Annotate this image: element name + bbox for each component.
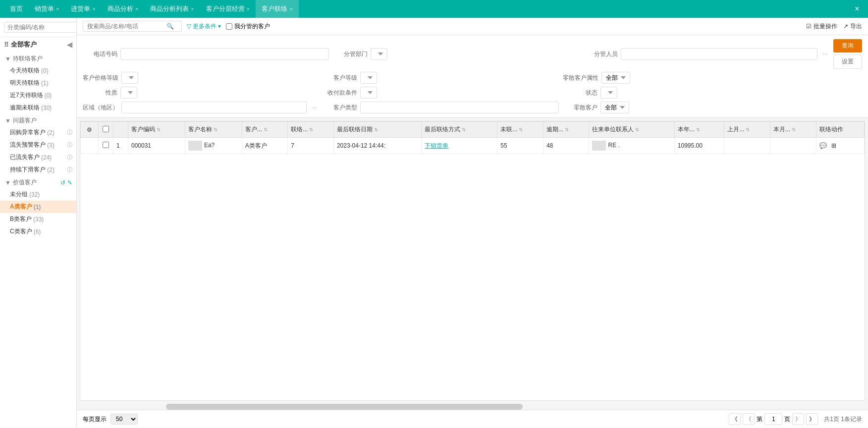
prev-page-btn[interactable]: 〈 bbox=[743, 413, 755, 425]
filter-retail-customer-select[interactable]: 全部 bbox=[600, 102, 629, 113]
filter-price-level-select[interactable] bbox=[121, 72, 138, 84]
next-page-btn[interactable]: 〉 bbox=[792, 413, 804, 425]
filter-person-input[interactable] bbox=[621, 48, 817, 60]
th-last-contact-date[interactable]: 最后联络日期⇅ bbox=[333, 122, 421, 138]
info-icon-2: ⓘ bbox=[67, 141, 72, 149]
sidebar-search-input[interactable] bbox=[4, 22, 77, 33]
filter-phone: 电话号码 bbox=[83, 48, 329, 60]
nav-close-customer-segment[interactable]: × bbox=[247, 6, 250, 12]
th-settings[interactable]: ⚙ bbox=[81, 122, 99, 138]
sidebar-today-contact[interactable]: 今天待联络 (0) bbox=[0, 64, 76, 77]
cell-type: A类客户 bbox=[242, 138, 288, 154]
data-table-container: ⚙ 客户编码⇅ 客户名称⇅ 客户...⇅ bbox=[80, 121, 865, 401]
horizontal-scrollbar[interactable] bbox=[77, 404, 868, 410]
collapse-icon[interactable]: ◀ bbox=[67, 41, 72, 49]
nav-close-product-analysis-list[interactable]: × bbox=[191, 6, 194, 12]
filter-customer-level-select[interactable] bbox=[360, 72, 377, 84]
main-search-bar: 🔍 bbox=[83, 21, 182, 32]
my-customers-checkbox-label[interactable]: 我分管的客户 bbox=[226, 22, 270, 31]
th-unit-contacts[interactable]: 往来单位联系人⇅ bbox=[589, 122, 674, 138]
close-all-btn[interactable]: × bbox=[850, 2, 864, 16]
more-filters-btn[interactable]: ▽ 更多条件 ▾ bbox=[187, 22, 221, 31]
last-page-btn[interactable]: 》 bbox=[806, 413, 818, 425]
sidebar-churn-warning[interactable]: 流失预警客户 (3) ⓘ bbox=[0, 139, 76, 151]
chat-icon[interactable]: 💬 bbox=[819, 142, 827, 149]
th-last-contact-method[interactable]: 最后联络方式⇅ bbox=[422, 122, 497, 138]
batch-icon: ☑ bbox=[806, 23, 812, 30]
th-contact-action: 联络动作 bbox=[816, 122, 864, 138]
nav-customer-segment[interactable]: 客户分层经营 × bbox=[200, 0, 256, 18]
main-search-input[interactable] bbox=[87, 23, 166, 30]
filter-status-select[interactable] bbox=[600, 87, 617, 99]
settings-btn[interactable]: 设置 bbox=[833, 54, 862, 69]
nav-product-analysis-list[interactable]: 商品分析列表 × bbox=[144, 0, 200, 18]
my-customers-checkbox[interactable] bbox=[226, 23, 232, 30]
nav-close-purchase[interactable]: × bbox=[92, 6, 95, 12]
sidebar-overdue-contact[interactable]: 逾期未联络 (30) bbox=[0, 102, 76, 114]
batch-op-btn[interactable]: ☑ 批量操作 bbox=[806, 22, 837, 31]
person-dots-btn[interactable]: ··· bbox=[820, 51, 829, 57]
nav-customer-contact[interactable]: 客户联络 × bbox=[256, 0, 298, 18]
top-nav: 首页 销货单 × 进货单 × 商品分析 × 商品分析列表 × 客户分层经营 × … bbox=[0, 0, 868, 18]
th-customer-code[interactable]: 客户编码⇅ bbox=[128, 122, 185, 138]
sort-icon-method: ⇅ bbox=[462, 127, 466, 132]
sidebar-b-class[interactable]: B类客户 (33) bbox=[0, 213, 76, 225]
sidebar-churned[interactable]: 已流失客户 (24) ⓘ bbox=[0, 151, 76, 163]
th-this-month[interactable]: 本月...⇅ bbox=[770, 122, 816, 138]
scrollbar-thumb[interactable] bbox=[166, 404, 523, 410]
grid-icon[interactable]: ⊞ bbox=[831, 142, 836, 149]
nav-purchase[interactable]: 进货单 × bbox=[65, 0, 101, 18]
filter-region-input[interactable] bbox=[121, 102, 307, 113]
last-method-link[interactable]: 下销货单 bbox=[425, 142, 448, 149]
filter-nature-select[interactable] bbox=[120, 87, 137, 99]
th-this-year[interactable]: 本年...⇅ bbox=[674, 122, 724, 138]
sidebar-abnormal-repurchase[interactable]: 回购异常客户 (2) ⓘ bbox=[0, 126, 76, 139]
pending-contact-group[interactable]: ▼ 待联络客户 bbox=[0, 52, 76, 64]
cell-last-method[interactable]: 下销货单 bbox=[422, 138, 497, 154]
th-customer-type[interactable]: 客户...⇅ bbox=[242, 122, 288, 138]
th-customer-name[interactable]: 客户名称⇅ bbox=[185, 122, 242, 138]
filter-customer-type-input[interactable] bbox=[360, 102, 558, 113]
all-customers-header[interactable]: ⠿ 全部客户 ◀ bbox=[0, 37, 76, 52]
query-btn[interactable]: 查询 bbox=[833, 39, 862, 53]
value-customers-group[interactable]: ▼ 价值客户 ↺ ✎ bbox=[0, 176, 76, 188]
page-size-select[interactable]: 50 10 20 100 bbox=[110, 414, 138, 425]
sidebar-7day-contact[interactable]: 近7天待联络 (0) bbox=[0, 89, 76, 102]
nav-sales[interactable]: 销货单 × bbox=[29, 0, 65, 18]
nav-close-sales[interactable]: × bbox=[56, 6, 59, 12]
row-checkbox[interactable] bbox=[103, 142, 109, 148]
sort-icon-overdue: ⇅ bbox=[565, 127, 569, 132]
problem-customers-group[interactable]: ▼ 问题客户 bbox=[0, 114, 76, 126]
nav-home[interactable]: 首页 bbox=[4, 0, 29, 18]
filter-payment-select[interactable] bbox=[360, 87, 377, 99]
th-overdue[interactable]: 逾期...⇅ bbox=[543, 122, 589, 138]
th-no-contact[interactable]: 未联...⇅ bbox=[497, 122, 543, 138]
page-number-input[interactable] bbox=[764, 413, 782, 425]
sidebar-a-class[interactable]: A类客户 (1) bbox=[0, 201, 76, 213]
filter-dept-select[interactable] bbox=[371, 48, 387, 60]
th-contact[interactable]: 联络...⇅ bbox=[288, 122, 334, 138]
sidebar-tomorrow-contact[interactable]: 明天待联络 (1) bbox=[0, 77, 76, 89]
nav-close-customer-contact[interactable]: × bbox=[289, 6, 292, 12]
sidebar-declining[interactable]: 持续下滑客户 (2) ⓘ bbox=[0, 163, 76, 176]
nav-close-product-analysis[interactable]: × bbox=[135, 6, 138, 12]
region-dots-btn[interactable]: ··· bbox=[310, 104, 319, 111]
edit-icon[interactable]: ✎ bbox=[67, 179, 72, 186]
export-btn[interactable]: ↗ 导出 bbox=[843, 22, 862, 31]
table-row: 1 000031 Ea? A类客户 7 2023-04-12 14:44: 下销… bbox=[81, 138, 865, 154]
customer-table: ⚙ 客户编码⇅ 客户名称⇅ 客户...⇅ bbox=[80, 121, 865, 154]
cell-check[interactable] bbox=[99, 138, 113, 154]
first-page-btn[interactable]: 《 bbox=[729, 413, 741, 425]
filter-phone-input[interactable] bbox=[120, 48, 329, 60]
sidebar-c-class[interactable]: C类客户 (6) bbox=[0, 225, 76, 238]
filter-retail-attr-select[interactable]: 全部 bbox=[601, 72, 630, 84]
sidebar-unclassified[interactable]: 未分组 (32) bbox=[0, 188, 76, 201]
main-search-icon[interactable]: 🔍 bbox=[166, 23, 174, 30]
nav-product-analysis[interactable]: 商品分析 × bbox=[102, 0, 144, 18]
th-last-month[interactable]: 上月...⇅ bbox=[724, 122, 770, 138]
select-all-checkbox[interactable] bbox=[103, 126, 109, 132]
info-icon-1: ⓘ bbox=[67, 129, 72, 136]
sort-icon-this-month: ⇅ bbox=[792, 127, 796, 132]
refresh-icon[interactable]: ↺ bbox=[60, 179, 65, 186]
filter-price-level: 客户价格等级 bbox=[83, 72, 319, 84]
